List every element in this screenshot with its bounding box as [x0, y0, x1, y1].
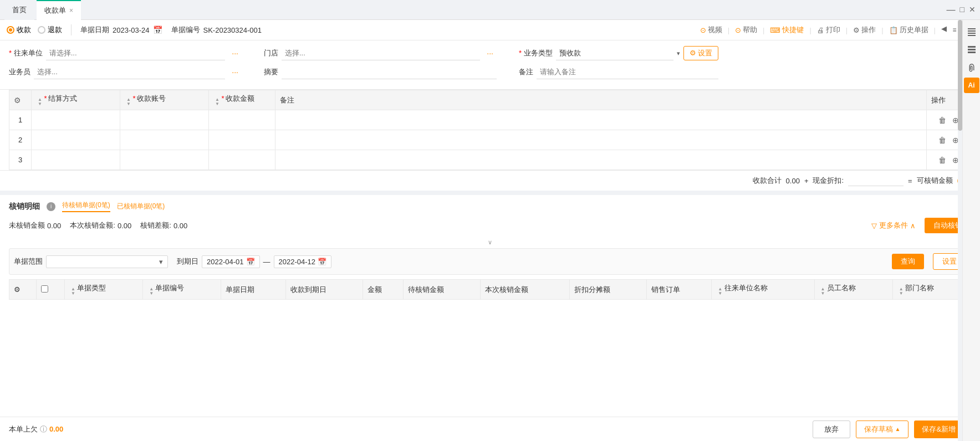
maximize-icon[interactable]: □ — [960, 5, 964, 15]
pending-tab[interactable]: 待核销单据(0笔) — [62, 201, 110, 212]
number-label: 单据编号 — [171, 25, 200, 35]
row-num-1: 1 — [9, 110, 32, 130]
bth-number: ▲▼ 单据编号 — [143, 280, 221, 300]
done-tab[interactable]: 已核销单据(0笔) — [117, 202, 165, 211]
sidebar-table-icon[interactable] — [964, 24, 979, 40]
abandon-btn[interactable]: 放弃 — [813, 421, 850, 438]
sort-arrows-settle[interactable]: ▲▼ — [38, 98, 42, 106]
range-select[interactable]: ▾ — [46, 255, 168, 268]
store-field: 门店 ··· — [264, 46, 497, 60]
operations-label: 操作 — [861, 25, 876, 35]
partner-input[interactable] — [49, 49, 222, 57]
radio-receipt[interactable]: 收款 — [7, 25, 31, 35]
store-input[interactable] — [285, 49, 477, 57]
row-account-1[interactable] — [120, 110, 209, 130]
tab-home[interactable]: 首页 — [4, 0, 34, 20]
bottom-label: 本单上欠 — [9, 424, 38, 434]
bth-settings[interactable]: ⚙ — [9, 280, 37, 300]
info-circle-icon[interactable]: ⓘ — [40, 424, 47, 434]
scrollbar[interactable] — [958, 20, 962, 441]
store-more-btn[interactable]: ··· — [483, 49, 497, 58]
tab-receipt[interactable]: 收款单 × — [37, 0, 81, 20]
discount-input[interactable] — [848, 175, 904, 186]
delete-row-1-btn[interactable]: 🗑 — [936, 115, 948, 126]
info-icon[interactable]: i — [47, 202, 55, 211]
svg-rect-2 — [968, 33, 976, 34]
sort-arrows-amount[interactable]: ▲▼ — [215, 98, 220, 106]
staff-input[interactable] — [37, 68, 222, 76]
radio-refund[interactable]: 退款 — [38, 25, 62, 35]
row-note-3[interactable] — [275, 150, 927, 170]
delete-row-2-btn[interactable]: 🗑 — [936, 135, 948, 146]
gear-icon[interactable]: ⚙ — [14, 96, 21, 105]
history-label: 历史单据 — [900, 25, 928, 35]
divider — [71, 24, 72, 35]
row-note-1[interactable] — [275, 110, 927, 130]
sidebar-ai-icon[interactable]: Ai — [964, 78, 979, 93]
bottom-table-wrap: ⚙ ▲▼ 单据类型 ▲▼ 单据编号 单据日期 — [9, 279, 971, 300]
bth-checkbox[interactable] — [37, 280, 65, 300]
store-label: 门店 — [264, 48, 278, 58]
due-date-field: 到期日 2022-04-01 📅 — 2022-04-12 📅 — [177, 255, 331, 268]
sidebar-attachment-icon[interactable] — [964, 60, 979, 75]
video-btn[interactable]: ⊙ 视频 — [700, 25, 722, 35]
summary-input[interactable] — [285, 68, 493, 76]
calendar-from-icon[interactable]: 📅 — [246, 258, 255, 266]
sort-staff[interactable]: ▲▼ — [821, 287, 825, 296]
delete-row-3-btn[interactable]: 🗑 — [936, 155, 948, 166]
operations-btn[interactable]: ⚙ 操作 — [853, 25, 876, 35]
sort-partner[interactable]: ▲▼ — [718, 287, 722, 296]
partner-input-wrap[interactable] — [46, 46, 226, 60]
calendar-icon[interactable]: 📅 — [153, 25, 162, 34]
row-account-3[interactable] — [120, 150, 209, 170]
sort-arrows-account[interactable]: ▲▼ — [126, 98, 131, 106]
save-new-label: 保存&新增 — [922, 424, 956, 434]
chevron-left-icon[interactable]: ◀ — [941, 24, 947, 35]
calendar-to-icon[interactable]: 📅 — [318, 258, 326, 266]
partner-more-btn[interactable]: ··· — [228, 49, 242, 58]
bottom-value: 0.00 — [49, 425, 63, 433]
sidebar-list-icon[interactable] — [964, 42, 979, 58]
scrollbar-thumb[interactable] — [958, 20, 962, 131]
gear-icon[interactable]: ⚙ — [14, 285, 21, 294]
filter-more-btn[interactable]: ▽ 更多条件 ∧ — [871, 221, 916, 230]
select-all-checkbox[interactable] — [41, 285, 48, 293]
query-btn[interactable]: 查询 — [892, 254, 924, 269]
print-btn[interactable]: 🖨 打印 — [817, 25, 840, 35]
row-note-2[interactable] — [275, 130, 927, 150]
help-btn[interactable]: ⊙ 帮助 — [735, 25, 757, 35]
sort-dept[interactable]: ▲▼ — [899, 287, 904, 296]
setting-btn[interactable]: ⚙ 设置 — [683, 46, 718, 60]
date-to-box[interactable]: 2022-04-12 📅 — [274, 255, 332, 268]
row-settle-2[interactable] — [32, 130, 120, 150]
summary-input-wrap[interactable] — [282, 65, 497, 79]
sort-type[interactable]: ▲▼ — [71, 287, 75, 296]
chevron-down-icon[interactable]: ▾ — [677, 50, 680, 57]
row-account-2[interactable] — [120, 130, 209, 150]
top-toolbar: 收款 退款 单据日期 2023-03-24 📅 单据编号 SK-20230324… — [0, 20, 980, 40]
bth-discount: 折扣分摊额 — [570, 280, 647, 300]
th-settings[interactable]: ⚙ — [9, 90, 32, 110]
row-amount-3[interactable] — [209, 150, 275, 170]
minimize-icon[interactable]: — — [947, 5, 956, 15]
range-chevron-icon: ▾ — [159, 258, 163, 266]
save-draft-btn[interactable]: 保存草稿 ▲ — [856, 421, 909, 438]
row-amount-2[interactable] — [209, 130, 275, 150]
row-amount-1[interactable] — [209, 110, 275, 130]
shortcut-btn[interactable]: ⌨ 快捷键 — [770, 25, 804, 35]
remark-input-wrap[interactable] — [537, 65, 718, 79]
sort-number[interactable]: ▲▼ — [149, 287, 154, 296]
history-btn[interactable]: 📋 历史单据 — [889, 25, 928, 35]
business-type-wrap[interactable]: 预收款 — [556, 46, 673, 60]
close-icon[interactable]: × — [69, 7, 73, 14]
row-settle-1[interactable] — [32, 110, 120, 130]
staff-input-wrap[interactable] — [34, 65, 225, 79]
date-from-box[interactable]: 2022-04-01 📅 — [202, 255, 260, 268]
row-settle-3[interactable] — [32, 150, 120, 170]
staff-more-btn[interactable]: ··· — [228, 68, 242, 76]
remark-input[interactable] — [540, 68, 715, 76]
close-window-icon[interactable]: ✕ — [969, 5, 976, 15]
chevron-up-save-icon: ▲ — [895, 426, 901, 432]
store-input-wrap[interactable] — [282, 46, 480, 60]
total-value: 0.00 — [786, 177, 800, 185]
